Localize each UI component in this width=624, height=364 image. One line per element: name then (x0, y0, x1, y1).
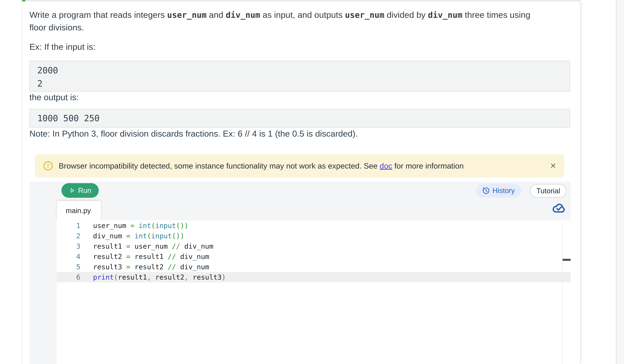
code-line-3[interactable]: 3result1 = user_num // div_num (57, 241, 571, 251)
run-label: Run (78, 186, 91, 195)
close-icon[interactable]: ✕ (550, 162, 556, 170)
example-output-label: the output is: (29, 92, 79, 102)
history-icon (482, 187, 490, 194)
line-number: 1 (57, 222, 80, 229)
code-lines: 1user_num = int(input())2div_num = int(i… (57, 220, 571, 282)
code-line-5[interactable]: 5result3 = result2 // div_num (57, 262, 571, 272)
tab-main-py[interactable]: main.py (57, 201, 101, 220)
line-number: 2 (57, 232, 80, 240)
scroll-marker[interactable] (563, 259, 571, 261)
line-number: 6 (57, 273, 80, 281)
doc-link[interactable]: doc (380, 161, 392, 170)
history-label: History (493, 186, 515, 195)
warning-text-after: for more information (392, 161, 464, 170)
run-button[interactable]: Run (61, 183, 99, 198)
section-divider (25, 0, 580, 1)
example-output-box: 1000 500 250 (29, 109, 570, 128)
editor-scrollbar[interactable] (562, 220, 571, 364)
example-input-label: Ex: If the input is: (29, 42, 96, 52)
code-line-6[interactable]: 6print(result1, result2, result3) (57, 272, 571, 282)
code-widget: Run History Tutorial main.py (29, 182, 571, 364)
code-line-4[interactable]: 4result2 = result1 // div_num (57, 251, 571, 262)
code-line-1[interactable]: 1user_num = int(input()) (57, 220, 571, 231)
content-panel: Write a program that reads integers user… (22, 0, 580, 364)
warning-text: Browser incompatibility detected, some i… (59, 161, 464, 170)
tab-label: main.py (66, 206, 91, 215)
play-icon (69, 187, 76, 194)
warning-icon: ! (44, 161, 53, 170)
page-scrollbar[interactable] (616, 0, 624, 364)
line-number: 4 (57, 252, 80, 261)
code-line-2[interactable]: 2div_num = int(input()) (57, 231, 571, 241)
page: { "problem": { "statement_lines": [ [ ["… (0, 0, 624, 364)
editor-toolbar: Run History Tutorial main.py (29, 182, 571, 220)
note-text: Note: In Python 3, floor division discar… (29, 129, 575, 138)
history-button[interactable]: History (476, 184, 521, 198)
line-number: 3 (57, 242, 80, 250)
browser-warning-banner: ! Browser incompatibility detected, some… (35, 154, 564, 177)
cloud-saved-icon (552, 202, 566, 214)
tutorial-label: Tutorial (536, 187, 560, 195)
code-editor[interactable]: 1user_num = int(input())2div_num = int(i… (57, 220, 571, 364)
problem-statement: Write a program that reads integers user… (29, 9, 575, 34)
line-number: 5 (57, 263, 80, 271)
example-input-box: 2000 2 (29, 61, 570, 91)
tutorial-button[interactable]: Tutorial (530, 184, 567, 198)
warning-text-before: Browser incompatibility detected, some i… (59, 161, 380, 170)
activity-complete-marker (22, 0, 25, 1)
